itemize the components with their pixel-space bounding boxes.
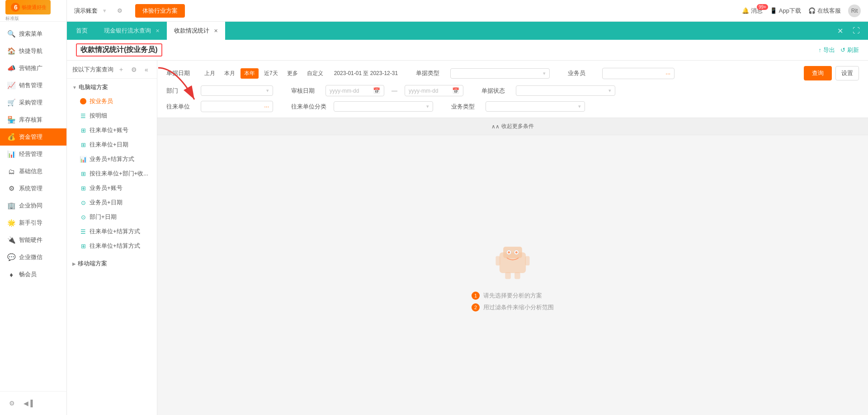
sidebar-item-finance[interactable]: 💰 资金管理 (0, 128, 66, 146)
tab-bank-close[interactable]: ✕ (156, 28, 160, 34)
partner-dropdown[interactable]: ··· (201, 101, 273, 112)
scheme-item-detail[interactable]: ☰ 按明细 (67, 108, 157, 123)
tab-home[interactable]: 首页 (67, 22, 97, 40)
topbar-settings-btn[interactable]: ⚙ (113, 5, 126, 17)
date-tab-this-year[interactable]: 本年 (241, 68, 259, 79)
scheme-group-desktop: ▼ 电脑端方案 按业务员 ☰ 按明细 ⊞ 往来单位+账号 (67, 79, 157, 255)
scheme-collapse-btn[interactable]: « (142, 65, 151, 75)
tab-close-all-btn[interactable]: ✕ (834, 24, 846, 37)
wechat-icon: 💬 (7, 253, 15, 261)
sidebar-item-operations[interactable]: 📊 经营管理 (0, 146, 66, 163)
scheme-item-partner-date[interactable]: ⊞ 往来单位+日期 (67, 137, 157, 152)
date-dash: — (392, 87, 397, 94)
business-type-dropdown[interactable]: ▾ (486, 101, 585, 112)
sidebar-item-system[interactable]: ⚙ 系统管理 (0, 180, 66, 197)
date-tab-last-month[interactable]: 上月 (201, 68, 219, 79)
scheme-item-salesperson-account-label: 业务员+账号 (90, 184, 123, 192)
sidebar-item-vip[interactable]: ♦ 畅会员 (0, 266, 66, 283)
scheme-item-salesperson-account[interactable]: ⊞ 业务员+账号 (67, 181, 157, 195)
sales-icon: 📈 (7, 81, 15, 90)
voucher-status-arrow-icon: ▾ (609, 88, 611, 94)
query-btn[interactable]: 查询 (804, 66, 832, 80)
system-icon: ⚙ (7, 184, 15, 193)
user-avatar[interactable]: Rit (848, 5, 861, 17)
inventory-icon: 🏪 (7, 116, 15, 124)
scheme-settings-btn[interactable]: ⚙ (129, 65, 139, 75)
svg-point-3 (80, 98, 86, 104)
settings-bottom-btn[interactable]: ⚙ (5, 397, 18, 410)
filter-area: 单据日期 上月 本月 本年 近7天 更多 自定义 2023-01-01 至 20… (157, 61, 868, 118)
scheme-group-mobile-header[interactable]: ▶ 移动端方案 (67, 257, 157, 270)
topbar: 演示账套 ▾ ⚙ 体验行业方案 🔔 消息 99+ 📱 App下载 🎧 在线客服 … (67, 0, 868, 22)
scheme-item-partner-account[interactable]: ⊞ 往来单位+账号 (67, 123, 157, 137)
audit-date-from[interactable]: yyyy-mm-dd 📅 (326, 85, 384, 96)
sidebar-item-guide[interactable]: 🌟 新手引导 (0, 214, 66, 231)
scheme-item-salesperson-payment-label: 业务员+结算方式 (90, 155, 134, 163)
scheme-item-detail-label: 按明细 (90, 112, 107, 120)
voucher-type-dropdown[interactable]: ▾ (450, 68, 550, 79)
empty-tip-2: 2 用过滤条件来缩小分析范围 (472, 303, 554, 311)
partner-category-dropdown[interactable]: ▾ (334, 101, 433, 112)
scheme-item-salesperson-date-label: 业务员+日期 (90, 198, 123, 207)
date-tab-7days[interactable]: 近7天 (260, 68, 282, 79)
tip-num-2: 2 (472, 303, 480, 311)
scheme-item-partner-payment1-label: 往来单位+结算方式 (90, 227, 140, 236)
app-download-btn[interactable]: 📱 App下载 (770, 7, 801, 15)
date-tab-custom[interactable]: 自定义 (303, 68, 327, 79)
tab-bank[interactable]: 现金银行流水查询 ✕ (97, 22, 167, 40)
scheme-item-dot-icon (80, 98, 87, 105)
scheme-item-partner-payment2[interactable]: ⊞ 往来单位+结算方式 (67, 239, 157, 253)
date-tab-this-month[interactable]: 本月 (221, 68, 239, 79)
sidebar-item-quicknav[interactable]: 🏠 快捷导航 (0, 42, 66, 60)
vip-icon: ♦ (7, 270, 15, 278)
trial-btn[interactable]: 体验行业方案 (135, 4, 185, 18)
company-name: 演示账套 (74, 7, 98, 15)
scheme-group-desktop-header[interactable]: ▼ 电脑端方案 (67, 80, 157, 94)
scheme-item-salesperson-label: 按业务员 (90, 97, 113, 105)
sidebar-item-enterprise[interactable]: 🏢 企业协同 (0, 197, 66, 214)
tab-home-label: 首页 (76, 27, 88, 35)
refresh-icon: ↺ (840, 47, 845, 53)
dept-arrow-icon: ▾ (266, 88, 269, 94)
scheme-item-partner-payment1[interactable]: ☰ 往来单位+结算方式 (67, 224, 157, 239)
tab-receipt-close[interactable]: ✕ (214, 28, 218, 34)
scheme-item-salesperson-payment[interactable]: 📊 业务员+结算方式 (67, 152, 157, 166)
sidebar-item-search[interactable]: 🔍 搜索菜单 (0, 25, 66, 42)
scheme-item-dept-date[interactable]: ⊙ 部门+日期 (67, 210, 157, 224)
date-range-display: 2023-01-01 至 2023-12-31 (334, 70, 398, 77)
export-btn[interactable]: ↑ 导出 (819, 46, 835, 54)
sidebar-item-basic[interactable]: 🗂 基础信息 (0, 163, 66, 180)
scheme-item-salesperson-date[interactable]: ⊙ 业务员+日期 (67, 195, 157, 210)
scheme-add-btn[interactable]: ＋ (116, 65, 126, 75)
sidebar-item-marketing[interactable]: 📣 营销推广 (0, 60, 66, 77)
filter-settings-btn[interactable]: 设置 (835, 66, 859, 80)
scheme-item-salesperson[interactable]: 按业务员 (67, 94, 157, 108)
refresh-btn[interactable]: ↺ 刷新 (840, 46, 859, 54)
salesperson-dropdown[interactable]: ··· (602, 68, 675, 79)
tab-expand-btn[interactable]: ⛶ (850, 24, 863, 37)
audit-date-to[interactable]: yyyy-mm-dd 📅 (405, 85, 463, 96)
online-service-btn[interactable]: 🎧 在线客服 (808, 7, 841, 15)
sidebar-item-finance-label: 资金管理 (19, 133, 42, 141)
sidebar-item-wechat[interactable]: 💬 企业微信 (0, 249, 66, 266)
enterprise-icon: 🏢 (7, 202, 15, 210)
audit-date-to-placeholder: yyyy-mm-dd (409, 88, 450, 94)
partner-more-icon[interactable]: ··· (264, 103, 269, 110)
message-btn[interactable]: 🔔 消息 99+ (742, 7, 763, 15)
sidebar-item-hardware[interactable]: 🔌 智能硬件 (0, 231, 66, 249)
table-icon-4: ⊞ (80, 184, 87, 192)
collapse-bar[interactable]: ∧∧ 收起更多条件 (157, 118, 868, 135)
scheme-item-partner-dept[interactable]: ⊞ 按往来单位+部门+收... (67, 166, 157, 181)
salesperson-more-icon[interactable]: ··· (665, 70, 670, 77)
date-tab-more[interactable]: 更多 (283, 68, 302, 79)
sidebar-item-sales[interactable]: 📈 销售管理 (0, 77, 66, 94)
dept-dropdown[interactable]: ▾ (201, 85, 273, 96)
sidebar-item-purchase[interactable]: 🛒 采购管理 (0, 94, 66, 111)
scheme-panel: 按以下方案查询 ＋ ⚙ « ▼ 电脑端方案 按业务员 (67, 61, 157, 415)
voucher-status-dropdown[interactable]: ▾ (516, 85, 615, 96)
tab-receipt[interactable]: 收款情况统计 ✕ (167, 22, 225, 40)
topbar-chevron-icon: ▾ (103, 7, 106, 14)
sidebar-item-inventory[interactable]: 🏪 库存核算 (0, 111, 66, 128)
svg-rect-12 (505, 272, 511, 279)
collapse-sidebar-btn[interactable]: ◀▐ (22, 397, 34, 410)
